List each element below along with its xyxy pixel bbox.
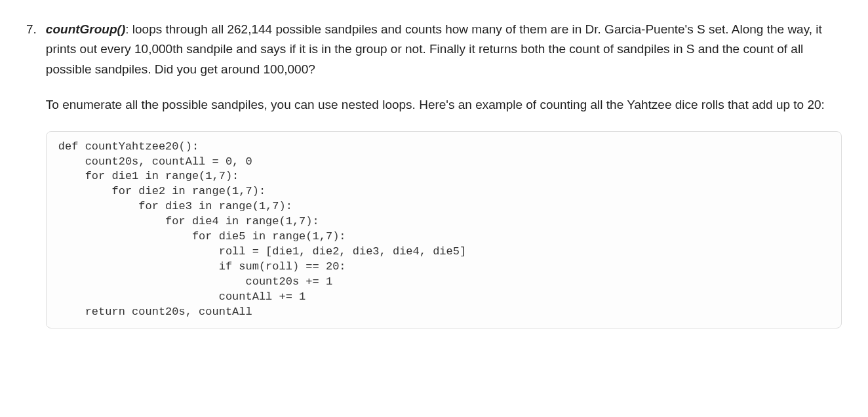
- function-name: countGroup(): [46, 22, 125, 36]
- hint-paragraph: To enumerate all the possible sandpiles,…: [46, 95, 842, 115]
- code-example: def countYahtzee20(): count20s, countAll…: [46, 131, 842, 328]
- description-paragraph: countGroup(): loops through all 262,144 …: [46, 20, 842, 79]
- description-text: : loops through all 262,144 possible san…: [46, 22, 822, 76]
- list-item-number: 7.: [26, 20, 37, 328]
- list-item-content: countGroup(): loops through all 262,144 …: [46, 20, 842, 328]
- ordered-list-item: 7. countGroup(): loops through all 262,1…: [26, 20, 842, 328]
